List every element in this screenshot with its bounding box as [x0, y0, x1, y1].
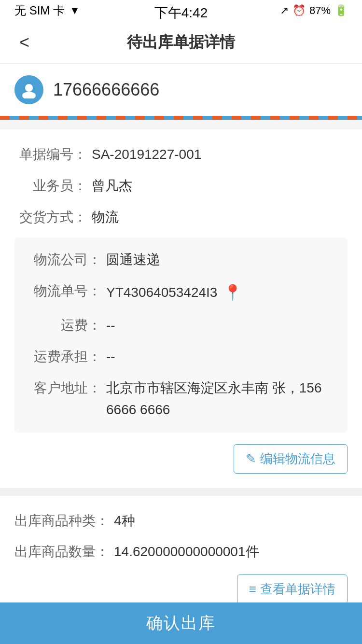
view-detail-button[interactable]: ≡ 查看单据详情 [237, 574, 348, 604]
agent-value: 曾凡杰 [92, 175, 348, 197]
status-bar: 无 SIM 卡 ▼ 下午4:42 ↗ ⏰ 87% 🔋 [0, 0, 362, 21]
logistics-company-value: 圆通速递 [106, 249, 333, 271]
tracking-location-icon[interactable]: 📍 [223, 280, 242, 305]
battery-text: 87% [309, 4, 331, 17]
customer-card: 17666666666 [0, 64, 362, 116]
svg-point-1 [22, 92, 36, 98]
svg-point-0 [25, 84, 33, 92]
agent-label: 业务员： [14, 175, 92, 197]
freight-row: 运费： -- [29, 315, 333, 336]
tracking-row: 物流单号： YT43064053424I3 📍 [29, 280, 333, 305]
address-row: 客户地址： 北京市市辖区海淀区永丰南 张，156 6666 6666 [29, 378, 333, 421]
confirm-btn-wrapper[interactable]: 确认出库 [0, 602, 362, 644]
wifi-icon: ▼ [70, 4, 80, 17]
status-right: ↗ ⏰ 87% 🔋 [280, 4, 348, 17]
order-number-row: 单据编号： SA-20191227-001 [14, 144, 348, 166]
list-icon: ≡ [249, 582, 256, 597]
goods-types-value: 4种 [114, 510, 348, 532]
location-status-icon: ↗ [280, 4, 289, 17]
customer-phone: 17666666666 [53, 80, 159, 100]
page-title: 待出库单据详情 [127, 32, 235, 53]
logistics-company-row: 物流公司： 圆通速递 [29, 249, 333, 271]
address-value: 北京市市辖区海淀区永丰南 张，156 6666 6666 [106, 378, 333, 421]
edit-logistics-btn-wrapper: ✎ 编辑物流信息 [14, 444, 348, 474]
carrier-text: 无 SIM 卡 [14, 3, 65, 18]
goods-section: 出库商品种类： 4种 出库商品数量： 14.620000000000001件 ≡… [0, 496, 362, 619]
section-separator [0, 488, 362, 496]
status-left: 无 SIM 卡 ▼ [14, 3, 80, 18]
goods-types-row: 出库商品种类： 4种 [14, 510, 348, 532]
order-number-value: SA-20191227-001 [92, 144, 348, 166]
freight-bearer-label: 运费承担： [29, 346, 106, 368]
status-time: 下午4:42 [154, 4, 208, 22]
freight-bearer-row: 运费承担： -- [29, 346, 333, 368]
view-detail-btn-wrapper: ≡ 查看单据详情 [14, 574, 348, 604]
goods-types-label: 出库商品种类： [14, 510, 114, 532]
dashed-divider [0, 116, 362, 120]
alarm-icon: ⏰ [292, 4, 306, 17]
logistics-card: 物流公司： 圆通速递 物流单号： YT43064053424I3 📍 运费： -… [14, 238, 348, 432]
goods-quantity-value: 14.620000000000001件 [114, 541, 348, 563]
goods-quantity-row: 出库商品数量： 14.620000000000001件 [14, 541, 348, 563]
order-info-section: 单据编号： SA-20191227-001 业务员： 曾凡杰 交货方式： 物流 … [0, 129, 362, 488]
freight-value: -- [106, 315, 333, 336]
avatar [14, 75, 43, 104]
logistics-company-label: 物流公司： [29, 249, 106, 271]
delivery-value: 物流 [92, 207, 348, 228]
freight-bearer-value: -- [106, 346, 333, 368]
address-label: 客户地址： [29, 378, 106, 399]
nav-bar: < 待出库单据详情 [0, 21, 362, 64]
battery-icon: 🔋 [334, 4, 348, 17]
agent-row: 业务员： 曾凡杰 [14, 175, 348, 197]
delivery-row: 交货方式： 物流 [14, 207, 348, 228]
order-number-label: 单据编号： [14, 144, 92, 166]
confirm-button[interactable]: 确认出库 [0, 612, 362, 634]
tracking-label: 物流单号： [29, 280, 106, 302]
freight-label: 运费： [29, 315, 106, 336]
edit-icon: ✎ [246, 451, 256, 466]
tracking-value: YT43064053424I3 📍 [106, 280, 333, 305]
back-button[interactable]: < [14, 28, 34, 57]
edit-logistics-button[interactable]: ✎ 编辑物流信息 [234, 444, 348, 474]
delivery-label: 交货方式： [14, 207, 92, 228]
goods-quantity-label: 出库商品数量： [14, 541, 114, 563]
